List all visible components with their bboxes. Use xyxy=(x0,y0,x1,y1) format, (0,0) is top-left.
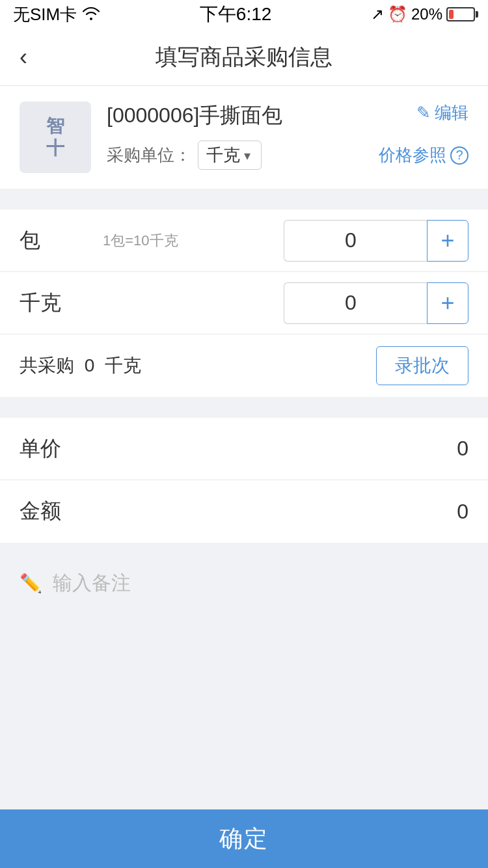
page-title: 填写商品采购信息 xyxy=(156,42,332,72)
unit-value: 千克 xyxy=(206,144,240,167)
unit-price-label: 单价 xyxy=(20,435,61,463)
price-ref-label: 价格参照 xyxy=(379,144,446,167)
unit-select[interactable]: 千克 ▾ xyxy=(198,141,262,170)
summary-row: 共采购 0 千克 录批次 xyxy=(0,334,488,397)
product-name: [0000006]手撕面包 xyxy=(107,102,468,130)
unit-price-row: 单价 0 xyxy=(0,418,488,480)
edit-label: 编辑 xyxy=(435,102,468,124)
product-meta: 采购单位： 千克 ▾ 价格参照 ? xyxy=(107,141,468,170)
amount-value: 0 xyxy=(457,500,468,524)
summary-suffix: 千克 xyxy=(105,355,141,375)
quantity-section: 包 1包=10千克 + 千克 + xyxy=(0,210,488,334)
help-icon: ? xyxy=(450,146,468,165)
amount-row: 金额 0 xyxy=(0,480,488,543)
summary-amount: 0 xyxy=(85,355,95,375)
edit-button[interactable]: ✎ 编辑 xyxy=(416,102,468,124)
battery-percent: 20% xyxy=(411,5,442,23)
remark-section[interactable]: ✏️ 输入备注 xyxy=(0,553,488,614)
price-section: 单价 0 金额 0 xyxy=(0,418,488,543)
kg-plus-button[interactable]: + xyxy=(427,282,468,324)
battery-icon xyxy=(446,7,475,21)
price-ref-button[interactable]: 价格参照 ? xyxy=(379,144,468,167)
status-time: 下午6:12 xyxy=(200,2,272,27)
product-info: [0000006]手撕面包 采购单位： 千克 ▾ 价格参照 ? xyxy=(107,102,468,170)
product-logo: 智 十 xyxy=(46,115,64,159)
unit-price-value: 0 xyxy=(457,437,468,461)
purchase-unit-label: 采购单位： xyxy=(107,144,191,167)
carrier-text: 无SIM卡 xyxy=(13,3,77,26)
remark-input-placeholder: 输入备注 xyxy=(53,570,131,597)
wifi-icon xyxy=(82,5,100,25)
product-card: 智 十 [0000006]手撕面包 采购单位： 千克 ▾ 价格参照 ? ✎ 编辑 xyxy=(0,86,488,189)
batch-button[interactable]: 录批次 xyxy=(376,346,468,385)
kg-input-wrap: + xyxy=(284,282,468,324)
status-right: ↗ ⏰ 20% xyxy=(371,5,475,23)
pencil-icon: ✏️ xyxy=(20,573,42,594)
summary-prefix: 共采购 xyxy=(20,355,74,375)
confirm-button[interactable]: 确定 xyxy=(0,809,488,868)
bag-sublabel: 1包=10千克 xyxy=(103,231,178,251)
bag-plus-button[interactable]: + xyxy=(427,220,468,262)
amount-label: 金额 xyxy=(20,497,61,526)
edit-icon: ✎ xyxy=(416,103,431,123)
summary-text: 共采购 0 千克 xyxy=(20,353,141,378)
chevron-down-icon: ▾ xyxy=(244,148,251,163)
kg-input-row: 千克 + xyxy=(0,272,488,334)
section-divider-1 xyxy=(0,199,488,210)
back-button[interactable]: ‹ xyxy=(20,44,27,71)
kg-label: 千克 xyxy=(20,289,98,318)
main-content-area xyxy=(0,614,488,822)
kg-quantity-input[interactable] xyxy=(284,282,427,324)
nav-bar: ‹ 填写商品采购信息 xyxy=(0,29,488,86)
purchase-unit: 采购单位： 千克 ▾ xyxy=(107,141,262,170)
bag-input-wrap: + xyxy=(284,220,468,262)
status-left: 无SIM卡 xyxy=(13,3,100,26)
location-icon: ↗ xyxy=(371,5,384,23)
bag-quantity-input[interactable] xyxy=(284,220,427,262)
section-divider-2 xyxy=(0,397,488,407)
product-image: 智 十 xyxy=(20,102,91,173)
status-bar: 无SIM卡 下午6:12 ↗ ⏰ 20% xyxy=(0,0,488,29)
bag-label: 包 xyxy=(20,226,98,255)
alarm-icon: ⏰ xyxy=(388,5,407,23)
bag-input-row: 包 1包=10千克 + xyxy=(0,210,488,272)
